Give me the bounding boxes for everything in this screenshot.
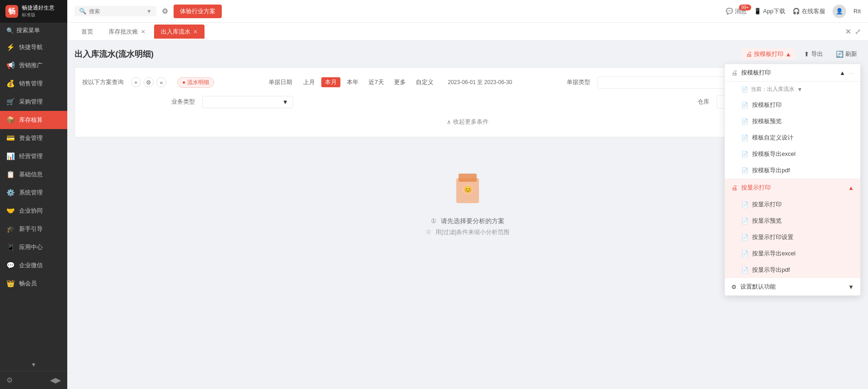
page-header: 出入库流水(流水明细) 🖨 按模板打印 ▲ ⬆ 导出 🔄 刷新 bbox=[75, 48, 861, 60]
refresh-btn[interactable]: 🔄 刷新 bbox=[832, 48, 861, 60]
nav-icon-quick-nav: ⚡ bbox=[6, 43, 15, 51]
online-service-action[interactable]: 🎧 在线客服 bbox=[793, 7, 825, 15]
nav-label-app-center: 应用中心 bbox=[19, 243, 43, 251]
window-controls: ✕ ⤢ bbox=[845, 27, 861, 36]
display-section-header[interactable]: 🖨 按显示打印 ▲ bbox=[725, 179, 860, 196]
close-window-btn[interactable]: ✕ bbox=[845, 27, 851, 36]
filter-add-actions: + ⚙ « bbox=[131, 77, 166, 87]
export-btn[interactable]: ⬆ 导出 bbox=[800, 48, 827, 60]
date-options: 上月本月本年近7天更多自定义 bbox=[299, 77, 437, 87]
sidebar-item-finance[interactable]: 💳 资金管理 bbox=[0, 129, 67, 147]
user-avatar[interactable]: 👤 bbox=[833, 5, 846, 18]
dropdown-header-row: 🖨 按模板打印 ▲ ··· bbox=[725, 64, 860, 82]
current-dropdown-icon[interactable]: ▼ bbox=[797, 86, 803, 93]
app-download-action[interactable]: 📱 App下载 bbox=[754, 7, 785, 15]
sidebar-scroll-down[interactable]: ▼ bbox=[0, 359, 67, 371]
header-gear-icon[interactable]: ⚙ bbox=[162, 7, 168, 15]
header-search-input[interactable] bbox=[89, 8, 144, 15]
display-section-arrow[interactable]: ▲ bbox=[848, 185, 854, 191]
sidebar-item-quick-nav[interactable]: ⚡ 快捷导航 bbox=[0, 38, 67, 56]
sidebar-item-sales[interactable]: 💰 销售管理 bbox=[0, 75, 67, 93]
tab-label-batch-account: 库存批次账 bbox=[109, 28, 138, 36]
filter-settings-btn[interactable]: ⚙ bbox=[144, 77, 154, 87]
message-icon: 💬 bbox=[726, 8, 733, 15]
tab-close-flow[interactable]: ✕ bbox=[193, 29, 198, 35]
tab-flow[interactable]: 出入库流水 ✕ bbox=[154, 25, 205, 39]
header-search-box[interactable]: 🔍 ▼ bbox=[75, 6, 156, 16]
template-item-icon-0: 📄 bbox=[741, 102, 748, 109]
nav-label-enterprise: 企业协同 bbox=[19, 207, 43, 215]
template-item-3[interactable]: 📄按模板导出excel bbox=[725, 146, 860, 162]
nav-icon-purchase: 🛒 bbox=[6, 98, 15, 106]
dropdown-footer[interactable]: ⚙ 设置默认功能 ▼ bbox=[725, 278, 860, 295]
nav-label-marketing: 营销推广 bbox=[19, 61, 43, 70]
dropdown-dots[interactable]: ··· bbox=[849, 70, 854, 76]
trial-button[interactable]: 体验行业方案 bbox=[174, 5, 222, 18]
display-item-icon-4: 📄 bbox=[741, 267, 748, 274]
display-item-1[interactable]: 📄按显示预览 bbox=[725, 213, 860, 229]
nav-label-operations: 经营管理 bbox=[19, 152, 43, 160]
display-item-4[interactable]: 📄按显示导出pdf bbox=[725, 262, 860, 278]
sidebar-item-purchase[interactable]: 🛒 采购管理 bbox=[0, 93, 67, 111]
date-option-3[interactable]: 近7天 bbox=[365, 77, 387, 87]
filter-collapse-btn[interactable]: « bbox=[156, 77, 166, 87]
tab-batch-account[interactable]: 库存批次账 ✕ bbox=[102, 25, 152, 39]
header-search-dropdown[interactable]: ▼ bbox=[146, 8, 152, 15]
sidebar-item-member[interactable]: 👑 畅会员 bbox=[0, 274, 67, 293]
svg-text:😊: 😊 bbox=[464, 186, 472, 194]
business-type-dropdown-icon: ▼ bbox=[282, 99, 288, 105]
print-dropdown-icon[interactable]: ▲ bbox=[785, 51, 791, 58]
template-item-0[interactable]: 📄按模板打印 bbox=[725, 97, 860, 113]
business-type-select[interactable]: ▼ bbox=[202, 96, 293, 108]
nav-icon-wechat: 💬 bbox=[6, 261, 15, 269]
template-item-1[interactable]: 📄按模板预览 bbox=[725, 113, 860, 130]
sidebar-item-app-center[interactable]: 📱 应用中心 bbox=[0, 238, 67, 256]
message-badge: 99+ bbox=[739, 5, 751, 10]
sidebar-item-inventory[interactable]: 📦 库存核算 bbox=[0, 111, 67, 129]
nav-icon-app-center: 📱 bbox=[6, 243, 15, 251]
maximize-window-btn[interactable]: ⤢ bbox=[855, 27, 861, 36]
sidebar-item-marketing[interactable]: 📢 营销推广 bbox=[0, 56, 67, 75]
filter-add-btn[interactable]: + bbox=[131, 77, 141, 87]
app-badge: 标准版 bbox=[22, 12, 55, 18]
date-option-5[interactable]: 自定义 bbox=[412, 77, 437, 87]
bill-type-select[interactable]: ▼ bbox=[598, 76, 734, 89]
template-item-2[interactable]: 📄模板自定义设计 bbox=[725, 130, 860, 146]
sidebar-item-wechat[interactable]: 💬 企业微信 bbox=[0, 256, 67, 274]
nav-icon-system: ⚙️ bbox=[6, 189, 15, 197]
sidebar-nav: ⚡ 快捷导航 📢 营销推广 💰 销售管理 🛒 采购管理 📦 库存核算 💳 资金管… bbox=[0, 38, 67, 359]
dropdown-collapse-icon[interactable]: ▲ bbox=[839, 70, 845, 76]
username-label[interactable]: Rit bbox=[853, 8, 861, 15]
date-option-0[interactable]: 上月 bbox=[299, 77, 319, 87]
date-option-4[interactable]: 更多 bbox=[390, 77, 409, 87]
empty-illustration: 😊 bbox=[445, 165, 490, 210]
display-item-2[interactable]: 📄按显示打印设置 bbox=[725, 229, 860, 245]
nav-icon-operations: 📊 bbox=[6, 152, 15, 160]
print-dropdown-overlay: 🖨 按模板打印 ▲ ··· 📄 当前：出入库流水 ▼ 📄按模板打印📄按模板预览📄… bbox=[724, 64, 861, 296]
refresh-icon: 🔄 bbox=[836, 50, 843, 58]
print-template-btn[interactable]: 🖨 按模板打印 ▲ bbox=[742, 48, 795, 60]
logo-icon: 畅 bbox=[5, 5, 18, 18]
collapse-icon[interactable]: ◀▶ bbox=[50, 376, 61, 384]
message-action[interactable]: 💬 消息 99+ bbox=[726, 7, 747, 15]
display-item-0[interactable]: 📄按显示打印 bbox=[725, 196, 860, 213]
current-template-label: 📄 当前：出入库流水 ▼ bbox=[725, 82, 860, 97]
sidebar-item-newbie[interactable]: 🎓 新手引导 bbox=[0, 220, 67, 238]
settings-icon[interactable]: ⚙ bbox=[6, 376, 13, 384]
headset-icon: 🎧 bbox=[793, 8, 800, 15]
template-item-4[interactable]: 📄按模板导出pdf bbox=[725, 162, 860, 179]
tab-home[interactable]: 首页 bbox=[75, 25, 100, 39]
sidebar-item-system[interactable]: ⚙️ 系统管理 bbox=[0, 184, 67, 202]
display-item-3[interactable]: 📄按显示导出excel bbox=[725, 245, 860, 262]
template-item-icon-4: 📄 bbox=[741, 167, 748, 174]
date-option-1[interactable]: 本月 bbox=[321, 77, 340, 87]
date-option-2[interactable]: 本年 bbox=[343, 77, 362, 87]
sidebar-search-label: 搜索菜单 bbox=[16, 26, 40, 35]
sidebar-search[interactable]: 🔍 搜索菜单 bbox=[0, 23, 67, 38]
sidebar-item-enterprise[interactable]: 🤝 企业协同 bbox=[0, 202, 67, 220]
flow-detail-tag[interactable]: ● 流水明细 bbox=[177, 77, 214, 88]
tab-close-batch-account[interactable]: ✕ bbox=[141, 29, 145, 35]
collapse-label: 收起更多条件 bbox=[453, 118, 489, 126]
sidebar-item-basic-info[interactable]: 📋 基础信息 bbox=[0, 165, 67, 184]
sidebar-item-operations[interactable]: 📊 经营管理 bbox=[0, 147, 67, 165]
